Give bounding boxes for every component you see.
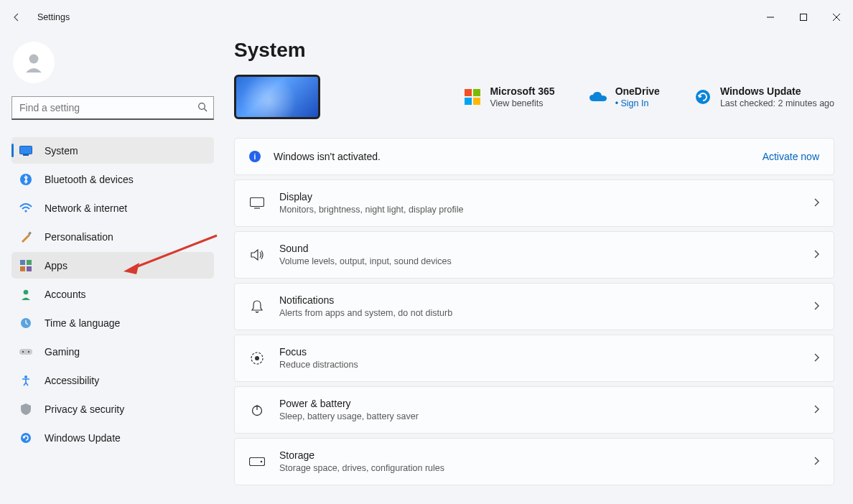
power-icon [249,402,265,418]
hero-link-sub: • Sign In [615,98,660,109]
svg-point-18 [28,350,29,352]
svg-rect-1 [801,14,807,21]
minimize-button[interactable] [754,6,787,29]
main-content: System Microsoft 365 View benefits [223,34,853,504]
titlebar: Settings [0,0,853,34]
brush-icon [19,230,33,244]
nav-list: System Bluetooth & devices Network & int… [11,137,214,451]
row-subtitle: Alerts from apps and system, do not dist… [279,307,452,319]
row-subtitle: Reduce distractions [279,359,358,371]
svg-point-17 [22,350,24,352]
sidebar-item-apps[interactable]: Apps [11,252,214,279]
activation-banner: i Windows isn't activated. Activate now [234,138,834,175]
sidebar: System Bluetooth & devices Network & int… [0,34,223,504]
sidebar-item-label: Network & internet [45,202,127,214]
row-title: Notifications [279,294,452,307]
clock-icon [19,316,33,330]
sidebar-item-gaming[interactable]: Gaming [11,338,214,365]
row-title: Display [279,190,463,204]
sidebar-item-label: Privacy & security [45,403,124,415]
page-title: System [234,39,834,62]
onedrive-icon [589,88,607,106]
sidebar-item-update[interactable]: Windows Update [11,424,214,451]
apps-icon [19,258,33,273]
info-icon: i [249,151,261,162]
settings-row-power[interactable]: Power & battery Sleep, battery usage, ba… [234,386,834,434]
svg-rect-22 [473,89,480,96]
sidebar-item-label: Accessibility [45,375,99,386]
svg-rect-26 [251,198,264,207]
gamepad-icon [19,345,33,359]
chevron-right-icon [814,301,819,312]
search-input[interactable] [19,102,197,113]
svg-rect-12 [20,266,25,271]
svg-point-29 [255,356,259,360]
svg-rect-11 [27,260,32,265]
search-box[interactable] [11,96,214,120]
svg-rect-6 [23,154,29,156]
chevron-right-icon [814,404,819,416]
desktop-thumbnail[interactable] [234,75,320,119]
svg-rect-16 [19,349,32,355]
svg-rect-23 [465,98,472,105]
sidebar-item-accessibility[interactable]: Accessibility [11,367,214,393]
app-title: Settings [37,12,70,22]
sidebar-item-label: Bluetooth & devices [45,174,134,185]
hero-section: Microsoft 365 View benefits OneDrive • S… [234,75,834,119]
settings-row-focus[interactable]: Focus Reduce distractions [234,335,834,382]
activation-message: Windows isn't activated. [274,151,381,162]
chevron-right-icon [814,456,819,467]
settings-row-display[interactable]: Display Monitors, brightness, night ligh… [234,179,834,227]
sidebar-item-label: System [45,145,78,157]
sound-icon [249,247,265,263]
hero-link-onedrive[interactable]: OneDrive • Sign In [589,85,660,109]
shield-icon [19,402,33,416]
storage-icon [249,454,265,470]
window-controls [754,6,853,29]
back-button[interactable] [10,11,23,24]
maximize-button[interactable] [787,6,820,29]
svg-rect-24 [473,98,480,105]
accessibility-icon [19,373,33,388]
close-button[interactable] [820,6,853,29]
focus-icon [249,350,265,366]
display-icon [249,195,265,211]
svg-point-14 [24,289,29,294]
activate-now-link[interactable]: Activate now [763,151,819,162]
sidebar-item-system[interactable]: System [11,137,214,164]
hero-link-ms365[interactable]: Microsoft 365 View benefits [464,85,554,109]
row-subtitle: Monitors, brightness, night light, displ… [279,204,463,216]
user-icon [22,51,45,74]
sidebar-item-bluetooth[interactable]: Bluetooth & devices [11,166,214,192]
sidebar-item-time[interactable]: Time & language [11,309,214,336]
svg-point-33 [261,461,263,463]
row-title: Sound [279,242,452,256]
svg-rect-5 [20,146,32,154]
bell-icon [249,299,265,314]
row-subtitle: Sleep, battery usage, battery saver [279,411,419,423]
avatar[interactable] [13,42,55,83]
settings-row-notifications[interactable]: Notifications Alerts from apps and syste… [234,283,834,330]
svg-point-3 [199,103,205,109]
sidebar-item-accounts[interactable]: Accounts [11,281,214,307]
hero-link-title: Windows Update [720,85,834,98]
row-title: Focus [279,345,358,359]
settings-row-storage[interactable]: Storage Storage space, drives, configura… [234,438,834,485]
monitor-icon [19,144,33,158]
svg-rect-32 [250,458,265,466]
sidebar-item-privacy[interactable]: Privacy & security [11,396,214,422]
sidebar-item-label: Apps [45,260,67,271]
hero-link-sub: View benefits [490,98,554,109]
update-icon [19,431,33,445]
person-icon [19,287,33,302]
sidebar-item-label: Time & language [45,317,120,329]
svg-rect-10 [20,260,25,265]
sidebar-item-personalisation[interactable]: Personalisation [11,223,214,250]
hero-link-sub: Last checked: 2 minutes ago [720,98,834,109]
settings-row-sound[interactable]: Sound Volume levels, output, input, soun… [234,231,834,279]
sidebar-item-label: Windows Update [45,432,121,444]
sidebar-item-label: Personalisation [45,231,113,243]
hero-link-update[interactable]: Windows Update Last checked: 2 minutes a… [694,85,834,109]
svg-rect-21 [465,89,472,96]
sidebar-item-network[interactable]: Network & internet [11,195,214,221]
